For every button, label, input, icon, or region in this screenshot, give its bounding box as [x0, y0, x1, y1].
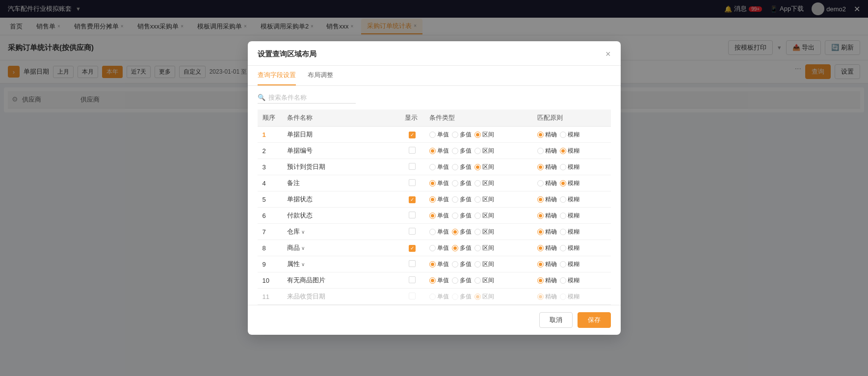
search-input[interactable]: [268, 94, 347, 101]
modal-search-area: 🔍: [248, 86, 621, 109]
modal-title: 设置查询区域布局: [258, 50, 316, 59]
col-header-name: 条件名称: [282, 109, 400, 116]
modal-header: 设置查询区域布局 ×: [248, 41, 621, 66]
search-wrap: 🔍: [258, 92, 356, 104]
modal-tab-query-fields[interactable]: 查询字段设置: [258, 66, 296, 85]
modal-tabs: 查询字段设置 布局调整: [248, 66, 621, 86]
modal-table-container: 顺序 条件名称 显示 条件类型 匹配原则 1单据日期单值多值区间精确模糊2单据编…: [248, 109, 621, 116]
col-header-match: 匹配原则: [532, 109, 611, 116]
col-header-type: 条件类型: [424, 109, 532, 116]
col-header-display: 显示: [400, 109, 424, 116]
search-icon: 🔍: [258, 94, 265, 101]
modal-overlay: 设置查询区域布局 × 查询字段设置 布局调整 🔍 顺序: [0, 0, 868, 116]
modal-tab-layout[interactable]: 布局调整: [308, 66, 333, 85]
conditions-table: 顺序 条件名称 显示 条件类型 匹配原则 1单据日期单值多值区间精确模糊2单据编…: [258, 109, 611, 116]
modal-close-btn[interactable]: ×: [605, 49, 611, 59]
modal-dialog: 设置查询区域布局 × 查询字段设置 布局调整 🔍 顺序: [248, 41, 621, 116]
col-header-order: 顺序: [258, 109, 282, 116]
